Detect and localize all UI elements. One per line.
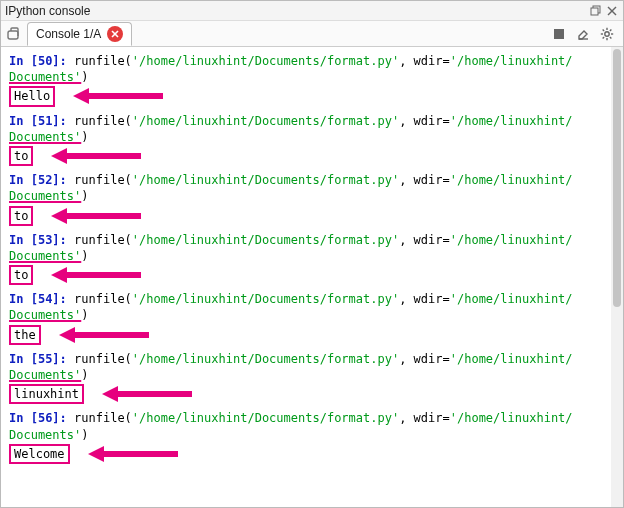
close-tab-icon[interactable] [107,26,123,42]
input-line: In [53]: runfile('/home/linuxhint/Docume… [9,232,607,248]
input-line: In [52]: runfile('/home/linuxhint/Docume… [9,172,607,188]
close-panel-icon[interactable] [605,4,619,18]
input-line-continued: Documents') [9,367,607,383]
output-row: the [9,325,607,345]
input-line: In [50]: runfile('/home/linuxhint/Docume… [9,53,607,69]
svg-rect-4 [8,31,18,39]
scrollbar[interactable] [611,47,623,507]
output-row: Hello [9,86,607,106]
output-row: to [9,265,607,285]
browse-tabs-icon[interactable] [5,25,23,43]
svg-rect-1 [591,8,598,15]
svg-line-16 [610,29,612,31]
toolbar-actions [551,26,619,42]
svg-point-9 [605,31,609,35]
input-line: In [55]: runfile('/home/linuxhint/Docume… [9,351,607,367]
annotation-arrow-icon [51,267,141,283]
output-row: to [9,206,607,226]
output-highlight: to [9,265,33,285]
annotation-arrow-icon [88,446,178,462]
stop-icon[interactable] [551,26,567,42]
svg-line-15 [610,36,612,38]
tab-label: Console 1/A [36,27,101,41]
output-highlight: the [9,325,41,345]
console-entry: In [54]: runfile('/home/linuxhint/Docume… [9,291,607,345]
console-entry: In [56]: runfile('/home/linuxhint/Docume… [9,410,607,464]
input-line-continued: Documents') [9,129,607,145]
console-entry: In [51]: runfile('/home/linuxhint/Docume… [9,113,607,167]
input-line: In [54]: runfile('/home/linuxhint/Docume… [9,291,607,307]
output-highlight: linuxhint [9,384,84,404]
panel-title: IPython console [5,4,589,18]
svg-line-17 [603,36,605,38]
input-line-continued: Documents') [9,69,607,85]
console-entry: In [52]: runfile('/home/linuxhint/Docume… [9,172,607,226]
console-output[interactable]: In [50]: runfile('/home/linuxhint/Docume… [1,47,611,507]
output-highlight: Hello [9,86,55,106]
annotation-arrow-icon [102,386,192,402]
title-bar: IPython console [1,1,623,21]
annotation-arrow-icon [59,327,149,343]
options-icon[interactable] [599,26,615,42]
scrollbar-thumb[interactable] [613,49,621,307]
input-line: In [56]: runfile('/home/linuxhint/Docume… [9,410,607,426]
toolbar: Console 1/A [1,21,623,47]
svg-line-14 [603,29,605,31]
tab-strip: Console 1/A [5,21,132,47]
input-line: In [51]: runfile('/home/linuxhint/Docume… [9,113,607,129]
tab-console[interactable]: Console 1/A [27,22,132,46]
output-highlight: to [9,206,33,226]
console-entry: In [50]: runfile('/home/linuxhint/Docume… [9,53,607,107]
output-row: linuxhint [9,384,607,404]
annotation-arrow-icon [51,148,141,164]
restore-icon[interactable] [589,4,603,18]
window-controls [589,4,619,18]
console-entry: In [53]: runfile('/home/linuxhint/Docume… [9,232,607,286]
console-area: In [50]: runfile('/home/linuxhint/Docume… [1,47,623,507]
clear-icon[interactable] [575,26,591,42]
output-row: Welcome [9,444,607,464]
input-line-continued: Documents') [9,427,607,443]
console-entry: In [55]: runfile('/home/linuxhint/Docume… [9,351,607,405]
output-row: to [9,146,607,166]
annotation-arrow-icon [51,208,141,224]
input-line-continued: Documents') [9,188,607,204]
annotation-arrow-icon [73,88,163,104]
input-line-continued: Documents') [9,307,607,323]
svg-rect-7 [554,29,564,39]
input-line-continued: Documents') [9,248,607,264]
output-highlight: to [9,146,33,166]
ipython-console-panel: IPython console Console 1/A [0,0,624,508]
output-highlight: Welcome [9,444,70,464]
